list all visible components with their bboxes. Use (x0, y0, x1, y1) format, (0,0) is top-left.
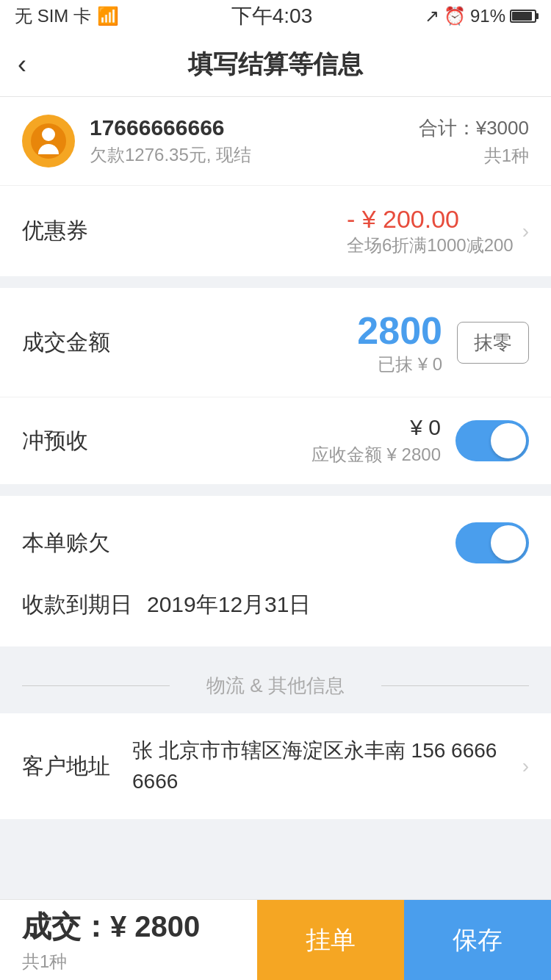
deferred-toggle-knob (491, 525, 526, 561)
status-left: 无 SIM 卡 📶 (15, 4, 119, 28)
pre-collection-row: 冲预收 ¥ 0 应收金额 ¥ 2800 (0, 397, 551, 484)
amount-right: 2800 已抹 ¥ 0 抹零 (357, 309, 529, 376)
coupon-discount: - ¥ 200.00 (347, 205, 514, 234)
pre-collection-label: 冲预收 (22, 426, 88, 456)
status-right: ↗ ⏰ 91% (425, 6, 536, 26)
customer-card: 17666666666 欠款1276.35元, 现结 合计：¥3000 共1种 … (0, 97, 551, 276)
customer-total: 合计：¥3000 共1种 (419, 115, 529, 167)
due-date-row: 收款到期日 2019年12月31日 (0, 590, 551, 646)
pre-amount-main: ¥ 0 (311, 415, 441, 440)
location-icon: ↗ (425, 6, 439, 26)
customer-info: 17666666666 欠款1276.35元, 现结 (90, 115, 251, 167)
deferred-label: 本单赊欠 (22, 528, 110, 558)
status-bar: 无 SIM 卡 📶 下午4:03 ↗ ⏰ 91% (0, 0, 551, 32)
amount-label: 成交金额 (22, 328, 110, 358)
back-button[interactable]: ‹ (18, 49, 26, 80)
due-date-value: 2019年12月31日 (147, 590, 311, 620)
deferred-toggle[interactable] (455, 522, 529, 563)
amount-sub: 已抹 ¥ 0 (357, 353, 442, 376)
customer-phone: 17666666666 (90, 115, 251, 140)
bottom-summary: 成交：¥ 2800 共1种 (0, 907, 257, 973)
divider-text: 物流 & 其他信息 (206, 673, 345, 699)
bottom-count: 共1种 (22, 950, 235, 973)
address-section: 客户地址 张 北京市市辖区海淀区永丰南 156 6666 6666 › (0, 713, 551, 819)
divider-line-left (22, 685, 170, 686)
battery-icon (510, 10, 536, 23)
divider-line-right (381, 685, 529, 686)
chevron-right-icon: › (522, 220, 529, 243)
deferred-section: 本单赊欠 收款到期日 2019年12月31日 (0, 496, 551, 646)
pre-amount-sub: 应收金额 ¥ 2800 (311, 443, 441, 466)
amount-value: 2800 (357, 309, 442, 353)
address-value: 张 北京市市辖区海淀区永丰南 156 6666 6666 (132, 735, 522, 797)
customer-sub: 欠款1276.35元, 现结 (90, 143, 251, 167)
alarm-icon: ⏰ (444, 6, 466, 26)
due-date-label: 收款到期日 (22, 590, 132, 620)
coupon-label: 优惠券 (22, 216, 88, 246)
bottom-bar: 成交：¥ 2800 共1种 挂单 保存 (0, 899, 551, 980)
save-button[interactable]: 保存 (404, 900, 551, 981)
coupon-right: - ¥ 200.00 全场6折满1000减200 › (347, 205, 529, 257)
address-row[interactable]: 客户地址 张 北京市市辖区海淀区永丰南 156 6666 6666 › (0, 713, 551, 819)
wifi-icon: 📶 (97, 6, 119, 26)
page-title: 填写结算等信息 (188, 48, 363, 82)
amount-section: 成交金额 2800 已抹 ¥ 0 抹零 冲预收 ¥ 0 应收金额 ¥ 2800 (0, 288, 551, 484)
nav-bar: ‹ 填写结算等信息 (0, 32, 551, 97)
total-label: 合计：¥3000 (419, 115, 529, 141)
customer-row: 17666666666 欠款1276.35元, 现结 合计：¥3000 共1种 (0, 97, 551, 185)
coupon-row[interactable]: 优惠券 - ¥ 200.00 全场6折满1000减200 › (0, 185, 551, 276)
pre-collection-amount: ¥ 0 应收金额 ¥ 2800 (311, 415, 441, 466)
status-time: 下午4:03 (231, 2, 313, 30)
amount-row: 成交金额 2800 已抹 ¥ 0 抹零 (0, 288, 551, 397)
address-label: 客户地址 (22, 752, 110, 782)
logistics-divider: 物流 & 其他信息 (0, 658, 551, 713)
bottom-deal-text: 成交：¥ 2800 (22, 907, 235, 947)
main-content: 17666666666 欠款1276.35元, 现结 合计：¥3000 共1种 … (0, 97, 551, 919)
hold-button[interactable]: 挂单 (257, 900, 404, 981)
battery-percent: 91% (470, 6, 505, 26)
avatar (22, 115, 75, 167)
carrier-text: 无 SIM 卡 (15, 4, 91, 28)
avatar-icon (31, 123, 66, 159)
customer-left: 17666666666 欠款1276.35元, 现结 (22, 115, 251, 167)
toggle-knob (491, 423, 526, 458)
address-chevron-icon: › (522, 754, 529, 778)
round-down-button[interactable]: 抹零 (457, 322, 529, 364)
items-count: 共1种 (419, 144, 529, 167)
pre-collection-toggle[interactable] (455, 420, 529, 461)
pre-collection-right: ¥ 0 应收金额 ¥ 2800 (311, 415, 529, 466)
coupon-desc: 全场6折满1000减200 (347, 234, 514, 257)
deferred-row: 本单赊欠 (0, 496, 551, 590)
